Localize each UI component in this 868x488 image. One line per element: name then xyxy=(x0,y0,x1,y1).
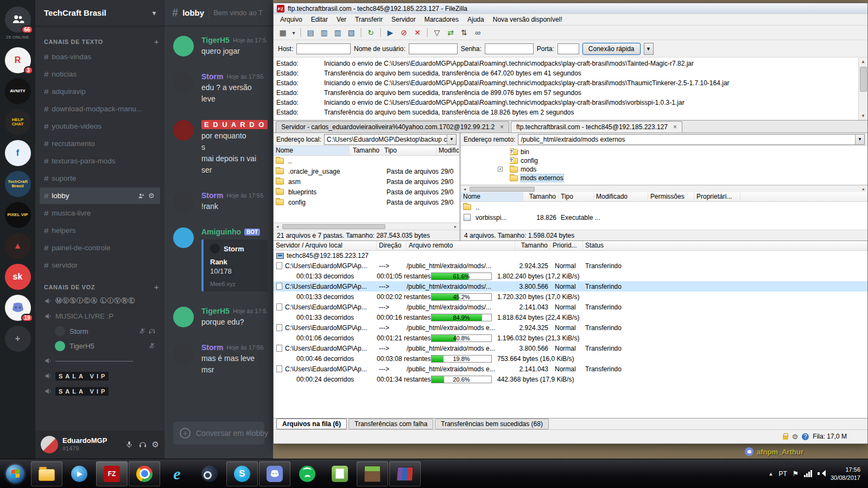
add-server-button[interactable]: + xyxy=(5,326,31,352)
server-icon-discord[interactable]: 19 xyxy=(5,295,31,321)
channel-suporte[interactable]: # suporte ⚙ xyxy=(40,170,160,187)
column-header[interactable]: Arquivo remoto xyxy=(407,241,515,250)
menu-item[interactable]: Transferir xyxy=(351,15,387,24)
server-icon-techcraft-brasil[interactable]: TechCraft Brasil xyxy=(5,171,31,197)
channel-musica-livre[interactable]: # musica-livre ⚙ xyxy=(40,205,160,221)
channel-download-modpack[interactable]: # download-modpack-manu... ⚙ xyxy=(40,100,160,117)
category-text-channels[interactable]: CANAIS DE TEXTO + xyxy=(44,37,159,46)
avatar[interactable] xyxy=(173,227,194,248)
headphones-icon[interactable] xyxy=(138,440,147,449)
remote-tree-config[interactable]: + ? config xyxy=(461,156,867,165)
voice-channel-musica-emoji[interactable]: ⓂⓊⓈⒾⒸⒶ ⓁⒾⓋⓇⒺ xyxy=(40,294,160,308)
column-header[interactable]: Tipo xyxy=(559,192,594,201)
avatar[interactable] xyxy=(173,120,194,141)
column-header[interactable]: Tamanho xyxy=(523,192,559,201)
filter-button[interactable]: ▽ xyxy=(430,27,443,39)
chat-input[interactable]: + xyxy=(173,422,264,445)
channel-painel-de-controle[interactable]: # painel-de-controle ⚙ xyxy=(40,239,160,256)
taskbar-winrar-icon[interactable] xyxy=(389,461,421,486)
menu-item[interactable]: Ajuda xyxy=(463,15,489,24)
action-center-icon[interactable]: ⚑ xyxy=(793,470,799,478)
tray-expand-icon[interactable]: ▲ xyxy=(769,471,774,477)
column-header[interactable]: Nome xyxy=(274,146,350,155)
voice-channel-sala-vip-2[interactable]: SALA VIP xyxy=(40,384,160,398)
queue-transfer-row[interactable]: C:\Users\EduardoMGP\Ap... ---> /public_h… xyxy=(274,364,867,384)
message-author[interactable]: TigerH5 xyxy=(201,36,230,45)
channel-lobby[interactable]: # lobby ⚙ xyxy=(40,187,160,204)
channel-recrutamento[interactable]: # recrutamento ⚙ xyxy=(40,135,160,152)
quickconnect-button[interactable]: Conexão rápida xyxy=(582,43,641,55)
channel-noticias[interactable]: # noticias ⚙ xyxy=(40,66,160,83)
local-file-row[interactable]: .. xyxy=(274,156,459,166)
column-header[interactable]: Direção xyxy=(377,241,407,250)
server-icon-f[interactable]: f xyxy=(5,140,31,166)
server-icon-avnity[interactable]: AVNITY xyxy=(5,78,31,104)
create-channel-icon[interactable]: + xyxy=(154,37,159,46)
channel-helpers[interactable]: # helpers ⚙ xyxy=(40,222,160,239)
site-manager-dropdown[interactable]: ▾ xyxy=(290,27,297,39)
password-input[interactable] xyxy=(485,43,534,54)
channel-adquiravip[interactable]: # adquiravip ⚙ xyxy=(40,83,160,100)
menu-item[interactable]: Marcadores xyxy=(420,15,463,24)
server-icon-pixel-vip[interactable]: PIXEL VIP xyxy=(5,202,31,228)
user-settings-gear-icon[interactable]: ⚙ xyxy=(152,440,159,449)
toolbar-separator-3[interactable] xyxy=(380,28,381,37)
voice-user-tigerh5[interactable]: TigerH5 xyxy=(50,339,160,353)
quickconnect-dropdown-icon[interactable]: ▼ xyxy=(644,43,654,55)
taskbar-ie-icon[interactable]: e xyxy=(161,461,193,486)
volume-icon[interactable] xyxy=(818,470,825,477)
clock[interactable]: 17:56 30/08/2017 xyxy=(831,466,860,482)
taskbar-steam-icon[interactable] xyxy=(194,461,225,486)
menu-item[interactable]: Nova versão disponível! xyxy=(489,15,567,24)
log-scrollbar[interactable]: ▲▼ xyxy=(858,58,867,120)
column-header[interactable]: Permissões xyxy=(648,192,694,201)
message-author[interactable]: Amiguinho xyxy=(201,227,241,236)
refresh-button[interactable]: ↻ xyxy=(364,27,377,39)
filezilla-titlebar[interactable]: FZ ftp.techcraftbrasil.com - techc845@19… xyxy=(274,3,867,14)
invite-people-icon[interactable] xyxy=(137,192,145,200)
avatar[interactable] xyxy=(173,307,194,327)
remote-tree-mods[interactable]: + ? mods xyxy=(461,165,867,174)
toggle-local-tree-button[interactable]: ▥ xyxy=(318,27,331,39)
queue-transfer-row[interactable]: C:\Users\EduardoMGP\Ap... ---> /public_h… xyxy=(274,343,867,364)
channel-texturas-para-mods[interactable]: # texturas-para-mods ⚙ xyxy=(40,153,160,169)
language-indicator[interactable]: PT xyxy=(778,470,787,478)
message-author[interactable]: Storm xyxy=(201,191,223,200)
message-input[interactable] xyxy=(196,429,273,438)
column-header[interactable]: Tipo xyxy=(382,146,436,155)
expand-icon[interactable]: + xyxy=(498,167,503,172)
help-status-icon[interactable]: ? xyxy=(802,433,809,440)
cancel-operation-button[interactable]: ⊘ xyxy=(397,27,410,39)
message-author[interactable]: E D U A R D O M xyxy=(201,120,268,129)
voice-channel-sala-vip-1[interactable]: SALA VIP xyxy=(40,369,160,383)
column-header[interactable]: Priorid... xyxy=(550,241,583,250)
toggle-log-button[interactable]: ▤ xyxy=(304,27,317,39)
column-header[interactable]: Servidor / Arquivo local xyxy=(274,241,377,250)
local-file-row[interactable]: blueprints Pasta de arquivos 29/0 xyxy=(274,187,459,197)
tab-failed-transfers[interactable]: Transferências com falha xyxy=(349,419,433,429)
find-files-button[interactable]: ∞ xyxy=(471,27,484,39)
server-icon-triangle[interactable]: ▲ xyxy=(5,233,31,259)
synchronized-browsing-button[interactable]: ⇅ xyxy=(458,27,471,39)
avatar[interactable] xyxy=(173,191,194,212)
column-header[interactable]: Proprietári... xyxy=(694,192,740,201)
toggle-queue-button[interactable]: ▧ xyxy=(345,27,358,39)
taskbar-chrome-icon[interactable] xyxy=(129,461,160,486)
channel-servidor[interactable]: # servidor ⚙ xyxy=(40,257,160,274)
tab-queued-files[interactable]: Arquivos na fila (6) xyxy=(276,419,347,429)
taskbar-media-player-icon[interactable] xyxy=(64,461,95,486)
server-tab-1[interactable]: Servidor - carlos_eduardovieiraoliveira%… xyxy=(276,121,509,132)
column-header[interactable]: Status xyxy=(583,241,867,250)
compare-directories-button[interactable]: ⇄ xyxy=(444,27,457,39)
queue-server-row[interactable]: techc845@192.185.223.127 xyxy=(274,251,867,261)
username-input[interactable] xyxy=(409,43,458,54)
upload-plus-icon[interactable]: + xyxy=(180,428,191,439)
menu-item[interactable]: Ver xyxy=(332,15,351,24)
queue-transfer-row[interactable]: C:\Users\EduardoMGP\Ap... ---> /public_h… xyxy=(274,302,867,322)
tab-successful-transfers[interactable]: Transferências bem sucedidas (68) xyxy=(435,419,549,429)
local-file-row[interactable]: .oracle_jre_usage Pasta de arquivos 29/0 xyxy=(274,166,459,176)
mic-icon[interactable] xyxy=(125,440,134,449)
remote-file-row[interactable]: .. xyxy=(461,202,867,212)
menu-item[interactable]: Servidor xyxy=(387,15,420,24)
voice-channel-musica-livre[interactable]: MUSICA LIVRE :P xyxy=(40,309,160,324)
